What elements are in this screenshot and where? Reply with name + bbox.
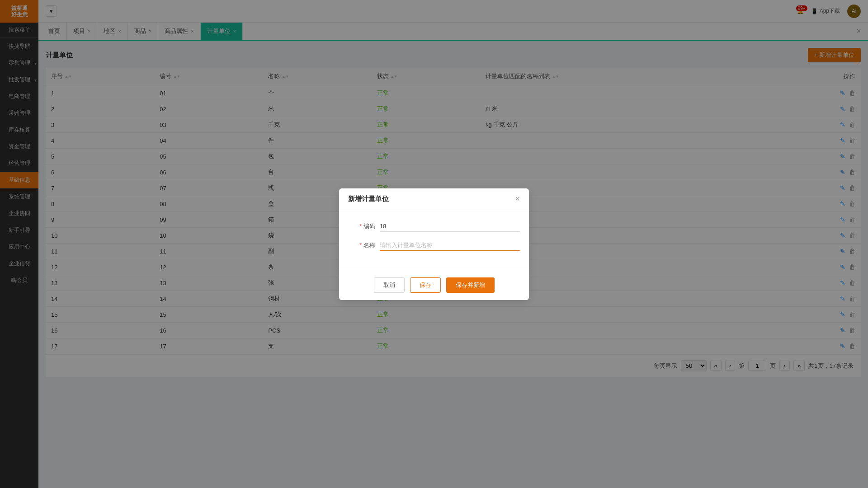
modal-body: 编码 名称 <box>339 210 529 270</box>
modal-footer: 取消 保存 保存并新增 <box>339 270 529 300</box>
code-input[interactable] <box>380 221 520 232</box>
save-button[interactable]: 保存 <box>410 277 441 293</box>
name-field-row: 名称 <box>348 240 520 251</box>
add-unit-modal: 新增计量单位 × 编码 名称 取消 保存 保存并新增 <box>339 188 529 300</box>
modal-close-btn[interactable]: × <box>515 195 520 203</box>
code-label: 编码 <box>348 222 375 230</box>
code-field-row: 编码 <box>348 221 520 232</box>
cancel-button[interactable]: 取消 <box>374 277 405 293</box>
name-input[interactable] <box>380 240 520 251</box>
modal-title: 新增计量单位 <box>348 195 389 203</box>
modal-overlay[interactable]: 新增计量单位 × 编码 名称 取消 保存 保存并新增 <box>0 0 868 488</box>
name-label: 名称 <box>348 241 375 249</box>
modal-header: 新增计量单位 × <box>339 188 529 210</box>
save-and-new-button[interactable]: 保存并新增 <box>446 277 495 293</box>
